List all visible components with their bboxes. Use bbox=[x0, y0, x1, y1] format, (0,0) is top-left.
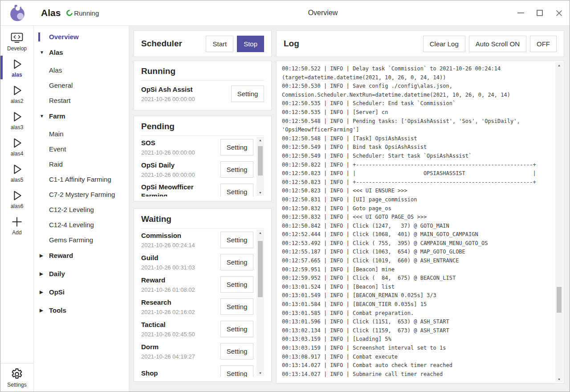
log-line: 00:13:14.027 | INFO | Combat auto check … bbox=[282, 361, 550, 370]
chevron-down-icon: ▼ bbox=[40, 114, 45, 118]
rail-item-settings[interactable]: Settings bbox=[0, 363, 33, 392]
nav-item-raid[interactable]: Raid bbox=[34, 159, 129, 169]
task-next-run-time: 2021-10-26 04:19:27 bbox=[141, 353, 195, 360]
log-line: 00:12:52.444 | INFO | Click (1068, 401) … bbox=[282, 230, 550, 239]
nav-item-c12-4-leveling[interactable]: C12-4 Leveling bbox=[34, 220, 129, 230]
scrollbar-down-icon[interactable]: ▼ bbox=[256, 189, 264, 196]
task-setting-button[interactable]: Setting bbox=[220, 276, 253, 293]
pending-scrollbar[interactable]: ▲ ▼ bbox=[256, 137, 264, 196]
log-line: 00:12:50.549 | INFO | Bind task OpsiAshA… bbox=[282, 143, 550, 152]
nav-group-label: Tools bbox=[49, 306, 66, 314]
rail-item-alas3[interactable]: alas3 bbox=[0, 107, 33, 133]
rail-item-alas[interactable]: alas bbox=[0, 54, 33, 81]
task-info: OpSi Meowfficer Farming bbox=[141, 183, 220, 196]
task-row: OpSi Daily2021-10-26 00:00:00Setting bbox=[141, 158, 253, 180]
task-next-run-time: 2021-10-26 00:00:00 bbox=[141, 172, 195, 178]
task-setting-button[interactable]: Setting bbox=[220, 161, 253, 178]
task-info: SOS2021-10-26 00:00:00 bbox=[141, 139, 195, 156]
task-setting-button[interactable]: Setting bbox=[220, 254, 253, 270]
minimize-icon[interactable] bbox=[517, 9, 524, 16]
log-line: 00:12:50.535 | INFO | [Server] cn bbox=[282, 108, 550, 117]
clear-log-button[interactable]: Clear Log bbox=[423, 36, 465, 52]
rail-item-alas2[interactable]: alas2 bbox=[0, 81, 33, 107]
pending-list: SOS2021-10-26 00:00:00SettingOpSi Daily2… bbox=[141, 136, 253, 196]
task-setting-button[interactable]: Setting bbox=[220, 343, 253, 359]
nav-group-label: OpSi bbox=[49, 288, 65, 296]
scheduler-status: Running bbox=[66, 9, 99, 17]
nav-item-alas[interactable]: Alas bbox=[34, 65, 129, 75]
task-setting-button[interactable]: Setting bbox=[231, 86, 264, 102]
rail-item-label: Settings bbox=[7, 382, 26, 388]
stop-button[interactable]: Stop bbox=[237, 36, 264, 52]
chevron-down-icon: ▼ bbox=[40, 50, 45, 55]
task-row: OpSi Meowfficer FarmingSetting bbox=[141, 180, 253, 196]
maximize-icon[interactable] bbox=[536, 9, 543, 16]
rail-item-alas5[interactable]: alas5 bbox=[0, 159, 33, 186]
nav-group-reward[interactable]: ▶Reward bbox=[34, 250, 129, 260]
nav-item-c1-1-affinity-farming[interactable]: C1-1 Affinity Farming bbox=[34, 175, 129, 184]
chevron-right-icon: ▶ bbox=[40, 271, 45, 276]
nav-item-gems-farming[interactable]: Gems Farming bbox=[34, 235, 129, 245]
pending-scroll-area[interactable]: SOS2021-10-26 00:00:00SettingOpSi Daily2… bbox=[141, 136, 264, 196]
rail-item-add[interactable]: Add bbox=[0, 212, 33, 238]
instance-rail: Developalasalas2alas3alas4alas5alas6Add … bbox=[0, 26, 34, 392]
task-row: Dorm2021-10-26 04:19:27Setting bbox=[141, 340, 253, 362]
task-setting-button[interactable]: Setting bbox=[220, 184, 253, 197]
nav-item-overview[interactable]: Overview bbox=[34, 32, 129, 42]
waiting-list: Commission2021-10-26 00:24:14SettingGuil… bbox=[141, 229, 253, 377]
log-line: 'OpsiMeowfficerFarming'] bbox=[282, 126, 550, 135]
auto-scroll-off-button[interactable]: OFF bbox=[530, 36, 557, 52]
scrollbar-up-icon[interactable]: ▲ bbox=[256, 229, 264, 236]
scrollbar-up-icon[interactable]: ▲ bbox=[256, 137, 264, 143]
nav-item-event[interactable]: Event bbox=[34, 144, 129, 154]
nav-group-alas[interactable]: ▼Alas bbox=[34, 47, 129, 57]
nav-group-farm[interactable]: ▼Farm bbox=[34, 111, 129, 121]
nav-item-c7-2-mystery-farming[interactable]: C7-2 Mystery Farming bbox=[34, 190, 129, 200]
rail-item-alas4[interactable]: alas4 bbox=[0, 133, 33, 159]
nav-item-c12-2-leveling[interactable]: C12-2 Leveling bbox=[34, 205, 129, 215]
task-info: OpSi Daily2021-10-26 00:00:00 bbox=[141, 161, 195, 178]
auto-scroll-on-button[interactable]: Auto Scroll ON bbox=[469, 36, 526, 52]
scrollbar-thumb[interactable] bbox=[258, 146, 263, 176]
scrollbar-down-icon[interactable]: ▼ bbox=[256, 370, 264, 376]
rail-item-label: alas5 bbox=[11, 177, 24, 183]
scrollbar-up-icon[interactable]: ▲ bbox=[555, 62, 563, 68]
task-setting-button[interactable]: Setting bbox=[220, 298, 253, 315]
log-line: 00:12:50.842 | INFO | Click (1247, 37) @… bbox=[282, 222, 550, 231]
nav-group-daily[interactable]: ▶Daily bbox=[34, 269, 129, 278]
task-row: ShopSetting bbox=[141, 362, 253, 377]
rail-item-develop[interactable]: Develop bbox=[0, 28, 33, 54]
scheduler-panel: Scheduler Start Stop bbox=[134, 30, 272, 57]
log-line: 00:12:55.187 | INFO | Click (1063, 654) … bbox=[282, 248, 550, 257]
scrollbar-down-icon[interactable]: ▼ bbox=[555, 376, 563, 382]
log-line: 00:12:50.831 | INFO | [UI] page_commissi… bbox=[282, 196, 550, 204]
nav-group-opsi[interactable]: ▶OpSi bbox=[34, 287, 129, 297]
running-title: Running bbox=[141, 66, 264, 81]
waiting-scroll-area[interactable]: Commission2021-10-26 00:24:14SettingGuil… bbox=[141, 229, 264, 377]
nav-item-restart[interactable]: Restart bbox=[34, 96, 129, 106]
task-name: Research bbox=[141, 298, 195, 307]
scrollbar-thumb[interactable] bbox=[258, 241, 263, 297]
task-name: OpSi Daily bbox=[141, 161, 195, 170]
log-output[interactable]: 00:12:50.522 | INFO | Delay task `Commis… bbox=[276, 61, 564, 384]
task-setting-button[interactable]: Setting bbox=[220, 232, 253, 248]
nav-item-main[interactable]: Main bbox=[34, 129, 129, 139]
running-list: OpSi Ash Assist2021-10-26 00:00:00Settin… bbox=[141, 81, 264, 106]
task-setting-button[interactable]: Setting bbox=[220, 139, 253, 155]
scrollbar-thumb[interactable] bbox=[557, 287, 562, 313]
app-window: Alas Running Overview Developalasalas2al… bbox=[0, 0, 570, 392]
task-row: SOS2021-10-26 00:00:00Setting bbox=[141, 136, 253, 158]
start-button[interactable]: Start bbox=[206, 36, 233, 52]
log-scrollbar[interactable]: ▲ ▼ bbox=[555, 62, 563, 382]
task-setting-button[interactable]: Setting bbox=[220, 365, 253, 377]
window-controls bbox=[517, 0, 562, 25]
plus-icon bbox=[11, 215, 23, 229]
close-icon[interactable] bbox=[555, 9, 562, 16]
waiting-scrollbar[interactable]: ▲ ▼ bbox=[256, 229, 264, 376]
nav-group-tools[interactable]: ▶Tools bbox=[34, 305, 129, 315]
task-setting-button[interactable]: Setting bbox=[220, 321, 253, 337]
nav-item-general[interactable]: General bbox=[34, 81, 129, 90]
rail-item-label: Add bbox=[12, 229, 21, 236]
log-line: 00:13:03.159 | INFO | [Loading] 5% bbox=[282, 335, 550, 344]
rail-item-alas6[interactable]: alas6 bbox=[0, 186, 33, 212]
